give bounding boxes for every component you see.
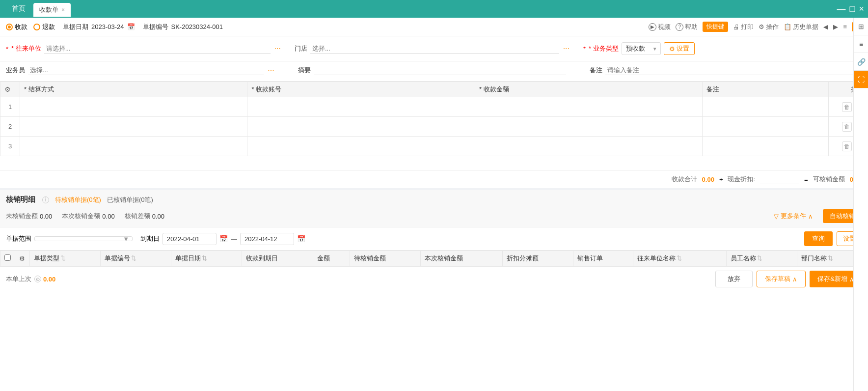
- sort-dept-icon[interactable]: ⇅: [828, 254, 833, 262]
- row-2-delete-icon[interactable]: 🗑: [842, 122, 852, 132]
- bottom-col-gear[interactable]: ⚙: [15, 251, 30, 266]
- abandon-btn[interactable]: 放弃: [715, 271, 753, 287]
- history-action[interactable]: 📋 历史单据: [784, 23, 818, 31]
- receipt-table-section: ⚙ * 结算方式 * 收款账号 * 收款金额 备注 操作 1: [0, 82, 868, 170]
- col-sales-label: 销售订单: [577, 254, 603, 262]
- view-list-icon[interactable]: ≡: [843, 23, 847, 30]
- summary-input[interactable]: [314, 65, 567, 75]
- bottom-col-checkbox[interactable]: [0, 251, 15, 266]
- radio-receipt-dot: [6, 24, 13, 30]
- row-3-delete-icon[interactable]: 🗑: [842, 141, 852, 151]
- tab-home[interactable]: 首页: [4, 0, 33, 18]
- date-to-input[interactable]: [240, 233, 294, 245]
- filter-row: 单据范围 ▼ 到期日 📅 — 📅 查询 设置: [0, 227, 868, 251]
- counterpart-more-btn[interactable]: ···: [274, 44, 281, 53]
- counterpart-input[interactable]: [44, 44, 271, 54]
- video-action[interactable]: ▶ 视频: [649, 23, 671, 31]
- select-all-checkbox[interactable]: [4, 254, 11, 261]
- row-2-settlement[interactable]: [20, 117, 247, 137]
- range-label: 单据范围: [6, 234, 31, 243]
- tab-close-icon[interactable]: ×: [61, 6, 65, 13]
- save-draft-btn[interactable]: 保存草稿 ∧: [757, 271, 806, 287]
- business-type-required: *: [583, 45, 586, 53]
- more-conditions-btn[interactable]: ▽ 更多条件 ∧: [774, 212, 813, 221]
- sort-number-icon[interactable]: ⇅: [131, 254, 136, 262]
- row-2-account[interactable]: [247, 117, 475, 137]
- radio-receipt[interactable]: 收款: [6, 23, 27, 31]
- staff-input[interactable]: [28, 65, 264, 75]
- sum-row: 收款合计 0.00 + 现金折扣: = 可核销金额 0.00: [0, 170, 868, 188]
- sort-type-icon[interactable]: ⇅: [60, 254, 66, 262]
- row-3-account[interactable]: [247, 137, 475, 156]
- sidebar-table-icon[interactable]: ⊞: [854, 18, 868, 35]
- sidebar-list-icon[interactable]: ≡: [854, 35, 868, 53]
- row-1-delete-icon[interactable]: 🗑: [842, 102, 852, 112]
- staff-more-btn[interactable]: ···: [268, 66, 274, 75]
- row-3-note[interactable]: [703, 137, 829, 156]
- sidebar-attachment-icon[interactable]: 🔗: [854, 53, 868, 71]
- pending-tab[interactable]: 待核销单据(0笔): [55, 196, 101, 204]
- window-expand-icon[interactable]: □: [850, 4, 855, 14]
- col-account: * 收款账号: [247, 82, 475, 97]
- print-action[interactable]: 🖨 打印: [733, 23, 754, 31]
- row-3-amount[interactable]: [475, 137, 702, 156]
- receipt-type-radio: 收款 退款: [6, 23, 55, 31]
- col-amount-label: 金额: [317, 254, 330, 262]
- date-value[interactable]: 2023-03-24: [91, 23, 124, 30]
- row-1-note[interactable]: [703, 97, 829, 117]
- nav-next[interactable]: ▶: [833, 23, 838, 30]
- settings-button[interactable]: ⚙ 设置: [664, 42, 695, 55]
- more-conditions-label: 更多条件: [781, 212, 806, 221]
- save-draft-arrow-icon[interactable]: ∧: [792, 276, 797, 283]
- range-arrow-icon: ▼: [123, 235, 129, 243]
- verification-stats: 未核销金额 0.00 本次核销金额 0.00 核销差额 0.00 ▽ 更多条件 …: [0, 207, 868, 227]
- range-select[interactable]: ▼: [34, 236, 133, 241]
- collect-total-value: 0.00: [702, 176, 714, 183]
- row-1-account[interactable]: [247, 97, 475, 117]
- business-type-select[interactable]: 预收款 ▼: [622, 42, 661, 55]
- store-input[interactable]: [310, 44, 559, 54]
- radio-refund[interactable]: 退款: [33, 23, 55, 31]
- save-draft-label: 保存草稿: [765, 275, 790, 283]
- col-account-label: * 收款账号: [251, 85, 281, 93]
- store-more-btn[interactable]: ···: [563, 44, 570, 53]
- table-gear-icon[interactable]: ⚙: [4, 85, 11, 93]
- more-conditions-arrow: ∧: [808, 213, 813, 220]
- note-input[interactable]: [605, 65, 858, 75]
- sidebar-screen-icon[interactable]: ⛶: [854, 71, 868, 88]
- operation-action[interactable]: ⚙ 操作: [759, 23, 779, 31]
- shortcut-btn[interactable]: 快捷键: [703, 22, 728, 32]
- row-2-num: 2: [0, 117, 20, 137]
- query-btn[interactable]: 查询: [804, 231, 833, 246]
- window-close-icon[interactable]: ×: [859, 4, 864, 14]
- nav-prev[interactable]: ◀: [823, 23, 828, 30]
- bottom-col-counterpart: 往来单位名称⇅: [633, 251, 726, 266]
- row-1-settlement[interactable]: [20, 97, 247, 117]
- bottom-col-sales: 销售订单: [573, 251, 633, 266]
- cal-from-icon[interactable]: 📅: [219, 235, 228, 243]
- window-minimize-icon[interactable]: —: [837, 4, 846, 14]
- completed-tab[interactable]: 已核销单据(0笔): [107, 196, 153, 204]
- help-action[interactable]: ? 帮助: [676, 23, 698, 31]
- verification-header: 核销明细 i 待核销单据(0笔) 已核销单据(0笔): [0, 190, 868, 207]
- bottom-gear-icon[interactable]: ⚙: [19, 255, 25, 262]
- row-2-note[interactable]: [703, 117, 829, 137]
- row-1-amount[interactable]: [475, 97, 702, 117]
- info-icon[interactable]: ⊙: [34, 276, 41, 282]
- form-header: 收款 退款 单据日期 2023-03-24 📅 单据编号 SK-20230324…: [0, 18, 868, 36]
- row-3-settlement[interactable]: [20, 137, 247, 156]
- date-from-input[interactable]: [163, 233, 217, 245]
- sort-date-icon[interactable]: ⇅: [202, 254, 207, 262]
- header-actions: ▶ 视频 ? 帮助 快捷键 🖨 打印 ⚙ 操作 📋 历史单据 ◀ ▶ ≡: [649, 22, 862, 32]
- verification-info-icon[interactable]: i: [42, 196, 49, 203]
- discount-input[interactable]: [760, 174, 799, 184]
- sort-staff-icon[interactable]: ⇅: [757, 254, 762, 262]
- counterpart-label: * 往来单位: [11, 44, 41, 53]
- sort-counterpart-icon[interactable]: ⇅: [677, 254, 682, 262]
- cal-to-icon[interactable]: 📅: [297, 235, 305, 243]
- tab-current[interactable]: 收款单 ×: [33, 3, 71, 17]
- col-gear[interactable]: ⚙: [0, 82, 20, 97]
- row-2-amount[interactable]: [475, 117, 702, 137]
- limit-value: 0.00: [43, 276, 55, 283]
- calendar-icon[interactable]: 📅: [127, 23, 135, 30]
